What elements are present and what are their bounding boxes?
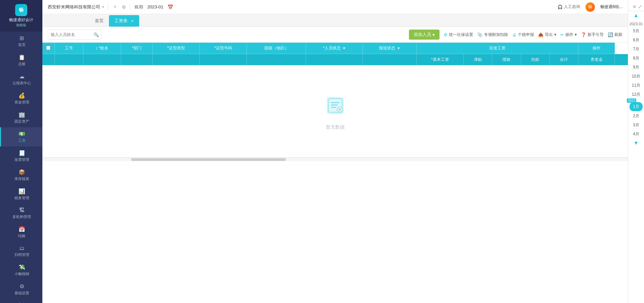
- search-wrap: 🔍: [48, 30, 102, 40]
- sidebar-item-guide[interactable]: 🔰新手引导: [0, 299, 42, 303]
- logo-text: 畅捷通好会计: [9, 17, 33, 23]
- sidebar-label-expense: 小畅报销: [14, 271, 29, 276]
- refresh-btn[interactable]: 🔄 刷新: [608, 32, 622, 38]
- assets-icon: 🏢: [18, 112, 25, 118]
- social-security-btn[interactable]: ⚙ 统一社保设置: [444, 32, 473, 38]
- special-deduction-btn[interactable]: 📎 专项附加扣除: [477, 32, 508, 38]
- sidebar-label-funds: 资金管理: [14, 100, 29, 105]
- sidebar-label-settings: 基础设置: [14, 291, 29, 296]
- sidebar-item-assets[interactable]: 🏢固定资产: [0, 108, 42, 127]
- scroll-up-icon[interactable]: ▲: [632, 11, 640, 20]
- multiorg-icon: 🏗: [19, 207, 25, 213]
- sidebar: 畅 畅捷通好会计 旗舰版 ⊞首页📋总账☁云报表中心💰资金管理🏢固定资产💵工资🧾发…: [0, 0, 42, 303]
- empty-text: 暂无数据: [326, 124, 345, 130]
- refresh-icon: 🔄: [608, 32, 613, 37]
- sidebar-item-expense[interactable]: 💸小畅报销: [0, 261, 42, 280]
- select-all-checkbox[interactable]: [46, 46, 50, 50]
- month-item-7[interactable]: 7月: [631, 45, 641, 54]
- tab-home[interactable]: 首页: [89, 15, 109, 27]
- tax-report-icon: 🖨: [512, 32, 517, 37]
- avatar: 畅: [585, 2, 595, 12]
- svg-rect-4: [331, 107, 336, 108]
- month-item-9[interactable]: 9月: [631, 63, 641, 72]
- chevron-down-icon: ▾: [432, 32, 435, 37]
- month-item-10[interactable]: 10月: [631, 72, 641, 81]
- scroll-down-icon[interactable]: ▼: [632, 139, 640, 147]
- home-icon: ⊞: [20, 35, 24, 41]
- empty-icon: [322, 92, 349, 119]
- th-id-type: *证型类型: [153, 43, 200, 54]
- settings-icon[interactable]: ⚙: [122, 4, 126, 10]
- month-item-2[interactable]: 2月: [628, 112, 644, 121]
- sidebar-label-multiorg: 多机构管理: [12, 214, 31, 219]
- sidebar-item-inventory[interactable]: 📦库存核算: [0, 166, 42, 185]
- export-btn[interactable]: 📤 导出 ▾: [538, 32, 556, 38]
- tab-salary-table[interactable]: 工资表 ✕: [109, 15, 139, 27]
- calendar-icon[interactable]: 📅: [167, 4, 173, 10]
- th-total: 合计: [550, 54, 578, 66]
- tax-icon: 📊: [18, 188, 25, 194]
- operation-chevron-icon: ▾: [575, 32, 577, 37]
- horizontal-scrollbar[interactable]: [42, 157, 628, 161]
- operation-btn[interactable]: ✏ 操作 ▾: [560, 32, 577, 38]
- th-action: 操作: [578, 43, 615, 54]
- tax-report-btn[interactable]: 🖨 个税申报: [512, 32, 534, 38]
- sidebar-item-archive[interactable]: 🗂归档管理: [0, 242, 42, 261]
- th-checkbox[interactable]: [42, 43, 54, 54]
- month-item-3[interactable]: 3月: [628, 121, 644, 130]
- sidebar-label-home: 首页: [18, 42, 26, 47]
- close-panel-icon[interactable]: ✕: [633, 4, 637, 9]
- month-item-12[interactable]: 12月: [631, 90, 641, 99]
- sidebar-item-funds[interactable]: 💰资金管理: [0, 89, 42, 108]
- special-deduction-icon: 📎: [477, 32, 483, 37]
- svg-rect-2: [331, 102, 340, 103]
- sidebar-item-tax[interactable]: 📊税务管理: [0, 185, 42, 204]
- settings-icon: ⚙: [20, 283, 24, 290]
- salary-table: 工号 ↕ *姓名 *部门 *证型类型 *证照号码 国籍（地区） *人员状态 ▼ …: [42, 43, 628, 65]
- company-selector[interactable]: 西安虾米网络科技有限公司 ▾: [48, 4, 104, 10]
- th-no: 工号: [54, 43, 83, 54]
- sidebar-item-settings[interactable]: ⚙基础设置: [0, 280, 42, 299]
- sidebar-item-home[interactable]: ⊞首页: [0, 32, 42, 51]
- panel-header: ✕ ⤢: [628, 3, 644, 11]
- sidebar-item-ledger[interactable]: 📋总账: [0, 51, 42, 70]
- user-name: 畅捷通B组...: [600, 4, 622, 10]
- month-item-6[interactable]: 6月: [631, 36, 641, 45]
- right-panel: ✕ ⤢ ▲ 2023.01 5月6月7月8月9月10月11月12月 2023 1…: [628, 0, 644, 303]
- add-person-button[interactable]: 添加人员 ▾: [409, 30, 440, 40]
- th-deduct: 扣款: [521, 54, 550, 66]
- sidebar-item-salary[interactable]: 💵工资: [0, 127, 42, 146]
- sidebar-label-inventory: 库存核算: [14, 176, 29, 181]
- month-item-1[interactable]: 1月: [630, 102, 643, 111]
- svg-rect-3: [331, 104, 338, 105]
- support-button[interactable]: 🎧 人工咨询: [558, 4, 580, 10]
- sidebar-label-assets: 固定资产: [14, 119, 29, 124]
- sidebar-item-invoice[interactable]: 🧾发票管理: [0, 146, 42, 166]
- tab-close-icon[interactable]: ✕: [131, 19, 134, 23]
- close-icon: 📅: [18, 226, 25, 232]
- month-item-5[interactable]: 5月: [631, 27, 641, 36]
- sidebar-item-cloud[interactable]: ☁云报表中心: [0, 70, 42, 89]
- guide-btn[interactable]: ❓ 新手引导: [581, 32, 604, 38]
- sidebar-item-close[interactable]: 📅结账: [0, 223, 42, 242]
- th-base-salary: *基本工资: [416, 54, 463, 66]
- add-company-icon[interactable]: ＋: [112, 3, 118, 10]
- cloud-icon: ☁: [19, 73, 25, 80]
- sidebar-item-multiorg[interactable]: 🏗多机构管理: [0, 204, 42, 223]
- month-item-8[interactable]: 8月: [631, 54, 641, 63]
- month-item-4[interactable]: 4月: [628, 130, 644, 139]
- scroll-thumb[interactable]: [131, 158, 286, 161]
- chevron-down-icon: ▾: [102, 5, 104, 9]
- sidebar-label-ledger: 总账: [18, 61, 26, 67]
- expand-panel-icon[interactable]: ⤢: [638, 4, 642, 9]
- sidebar-label-close: 结账: [18, 233, 26, 239]
- toolbar-right: 添加人员 ▾ ⚙ 统一社保设置 📎 专项附加扣除 🖨 个税申报 📤 导: [409, 30, 622, 40]
- divider-2: [130, 4, 130, 10]
- logo-sub: 旗舰版: [16, 23, 26, 28]
- company-name: 西安虾米网络科技有限公司: [48, 4, 100, 10]
- header: 西安虾米网络科技有限公司 ▾ ＋ ⚙ 账期 2023-01 📅 🎧 人工咨询 畅…: [42, 0, 628, 14]
- table-wrap: 工号 ↕ *姓名 *部门 *证型类型 *证照号码 国籍（地区） *人员状态 ▼ …: [42, 43, 628, 303]
- month-item-11[interactable]: 11月: [631, 81, 641, 90]
- logo[interactable]: 畅 畅捷通好会计 旗舰版: [0, 0, 42, 32]
- period-display: 2023.01: [630, 20, 643, 27]
